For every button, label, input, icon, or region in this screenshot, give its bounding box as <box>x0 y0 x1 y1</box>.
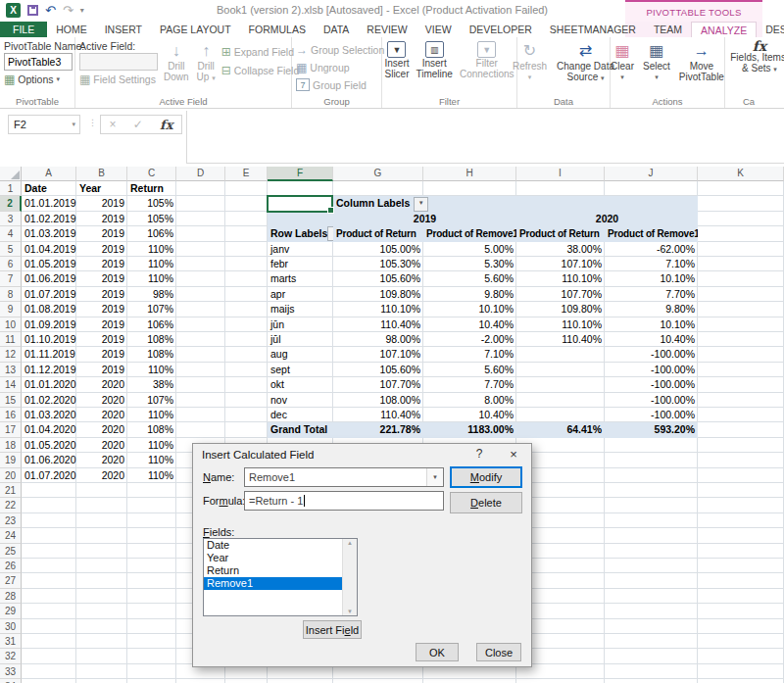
scroll-down-icon[interactable]: ▼ <box>343 609 357 614</box>
data-header-return[interactable]: Return <box>127 181 176 196</box>
data-header-date[interactable]: Date <box>22 181 76 196</box>
move-pivottable-button[interactable]: → Move PivotTable <box>677 40 726 95</box>
data-cell[interactable]: 2019 <box>76 226 127 241</box>
clear-button[interactable]: ▦ Clear ▾ <box>609 40 636 95</box>
row-header-3[interactable]: 3 <box>0 212 22 226</box>
data-cell[interactable]: 01.03.2019 <box>22 226 76 241</box>
pivottable-name-input[interactable] <box>4 53 73 71</box>
pivot-value[interactable]: 10.10% <box>605 317 698 332</box>
row-header-30[interactable]: 30 <box>0 619 22 634</box>
data-cell[interactable]: 106% <box>127 317 176 332</box>
name-box[interactable]: F2 ▾ <box>8 115 80 134</box>
pivot-value[interactable]: 110.10% <box>333 302 423 317</box>
data-cell[interactable]: 2019 <box>76 242 127 257</box>
data-cell[interactable]: 110% <box>127 438 176 453</box>
row-header-21[interactable]: 21 <box>0 483 22 498</box>
pivot-value[interactable]: 107.70% <box>516 287 605 302</box>
pivot-value[interactable]: 105.00% <box>333 242 423 257</box>
scroll-up-icon[interactable]: ▲ <box>343 540 357 546</box>
pivot-value[interactable]: 105.30% <box>333 257 423 271</box>
pivot-value[interactable]: 110.40% <box>516 332 605 347</box>
pivot-month-maijs[interactable]: maijs <box>268 302 333 317</box>
column-header-E[interactable]: E <box>225 167 268 181</box>
row-header-9[interactable]: 9 <box>0 302 22 317</box>
pivot-grand-total-value[interactable]: 1183.00% <box>423 422 516 437</box>
row-header-6[interactable]: 6 <box>0 257 22 271</box>
data-cell[interactable]: 01.06.2019 <box>22 271 76 286</box>
column-header-J[interactable]: J <box>605 167 698 181</box>
data-cell[interactable]: 106% <box>127 226 176 241</box>
pivot-month-sept[interactable]: sept <box>268 363 333 377</box>
cancel-icon[interactable]: × <box>110 118 117 131</box>
data-cell[interactable]: 2019 <box>76 347 127 362</box>
pivot-year-2019[interactable]: 2019 <box>333 212 516 226</box>
data-cell[interactable]: 2019 <box>76 287 127 302</box>
column-header-C[interactable]: C <box>127 167 176 181</box>
pivot-value[interactable]: 98.00% <box>333 332 423 347</box>
pivot-value[interactable]: -2.00% <box>423 332 516 347</box>
data-cell[interactable]: 01.07.2019 <box>22 287 76 302</box>
pivot-month-jūl[interactable]: jūl <box>268 332 333 347</box>
data-cell[interactable]: 110% <box>127 408 176 422</box>
row-header-31[interactable]: 31 <box>0 634 22 649</box>
row-header-25[interactable]: 25 <box>0 544 22 559</box>
customize-qat-icon[interactable]: ▾ <box>80 6 84 15</box>
tab-file[interactable]: FILE <box>0 22 47 37</box>
data-cell[interactable]: 110% <box>127 242 176 257</box>
data-cell[interactable]: 01.05.2019 <box>22 257 76 271</box>
undo-icon[interactable]: ↶ <box>45 5 56 17</box>
row-header-34[interactable]: 34 <box>0 679 22 683</box>
data-cell[interactable]: 01.06.2020 <box>22 453 76 467</box>
pivot-value[interactable]: 110.40% <box>333 317 423 332</box>
help-icon[interactable]: ? <box>470 447 488 463</box>
row-header-7[interactable]: 7 <box>0 271 22 286</box>
select-button[interactable]: ▦ Select ▾ <box>641 40 672 95</box>
pivot-value[interactable]: 10.40% <box>423 317 516 332</box>
change-data-source-button[interactable]: ⇄ Change Data Source ▾ <box>555 40 616 95</box>
active-field-input[interactable] <box>79 53 158 71</box>
data-cell[interactable]: 2019 <box>76 271 127 286</box>
pivot-grand-total-label[interactable]: Grand Total <box>268 422 333 437</box>
save-icon[interactable] <box>27 5 38 16</box>
field-item-date[interactable]: Date <box>204 539 342 552</box>
pivot-value[interactable]: 5.60% <box>423 271 516 286</box>
data-cell[interactable]: 2019 <box>76 196 127 211</box>
enter-icon[interactable]: ✓ <box>133 118 143 131</box>
row-header-28[interactable]: 28 <box>0 589 22 604</box>
pivot-value[interactable]: 110.10% <box>516 271 605 286</box>
tab-design[interactable]: DESIGN <box>757 22 784 37</box>
column-header-A[interactable]: A <box>22 167 76 181</box>
row-header-11[interactable]: 11 <box>0 332 22 347</box>
row-header-13[interactable]: 13 <box>0 363 22 377</box>
field-item-return[interactable]: Return <box>204 564 342 577</box>
listbox-scrollbar[interactable]: ▲ ▼ <box>342 539 357 615</box>
pivot-value[interactable]: 9.80% <box>423 287 516 302</box>
pivot-value[interactable]: 7.10% <box>423 347 516 362</box>
tab-analyze[interactable]: ANALYZE <box>691 22 757 37</box>
field-item-remove1[interactable]: Remove1 <box>204 577 342 590</box>
modify-button[interactable]: Modify <box>450 466 522 488</box>
data-cell[interactable]: 01.05.2020 <box>22 438 76 453</box>
row-header-1[interactable]: 1 <box>0 181 22 196</box>
data-cell[interactable]: 01.02.2019 <box>22 212 76 226</box>
row-header-19[interactable]: 19 <box>0 453 22 467</box>
data-cell[interactable]: 2019 <box>76 317 127 332</box>
row-header-15[interactable]: 15 <box>0 393 22 408</box>
pivot-value-header[interactable]: Product of Return <box>333 226 423 241</box>
row-header-23[interactable]: 23 <box>0 513 22 528</box>
data-cell[interactable]: 01.02.2020 <box>22 393 76 408</box>
name-combobox[interactable]: Remove1 ▼ <box>244 467 444 487</box>
refresh-button[interactable]: ↻ Refresh ▾ <box>511 40 549 95</box>
tab-team[interactable]: TEAM <box>645 22 691 37</box>
data-cell[interactable]: 110% <box>127 363 176 377</box>
tab-view[interactable]: VIEW <box>416 22 461 37</box>
column-labels-filter-icon[interactable]: ▼ <box>414 197 428 212</box>
pivot-value[interactable]: 105.60% <box>333 271 423 286</box>
drill-down-button[interactable]: ↓ Drill Down <box>162 40 191 95</box>
data-cell[interactable]: 01.04.2019 <box>22 242 76 257</box>
pivot-month-okt[interactable]: okt <box>268 377 333 392</box>
fields-listbox[interactable]: ▲ ▼ DateYearReturnRemove1 <box>203 538 358 616</box>
tab-data[interactable]: DATA <box>315 22 358 37</box>
pivot-value[interactable]: 107.10% <box>333 347 423 362</box>
pivot-value[interactable]: 109.80% <box>333 287 423 302</box>
